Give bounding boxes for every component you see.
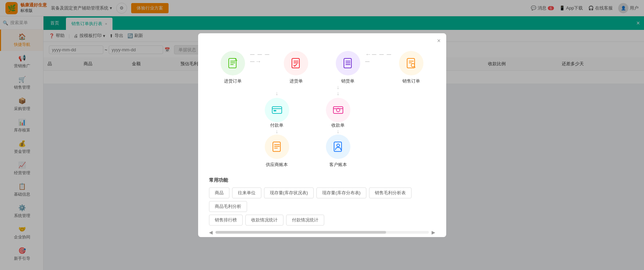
- flow-node-sales-bill[interactable]: 销货单: [331, 51, 365, 84]
- flow-node-receipt-bill[interactable]: ↓ 收款单: [318, 90, 359, 128]
- scroll-left-arrow[interactable]: ◀: [209, 230, 213, 235]
- purchase-bill-circle: [284, 51, 308, 75]
- arrow-2: ←─ ─ ─ ─: [365, 51, 394, 75]
- common-functions-section: 常用功能 商品 往来单位 现存量(库存状况表) 现存量(库存分布表) 销售毛利分…: [209, 177, 435, 235]
- customer-account-circle: [326, 134, 350, 159]
- svg-rect-16: [272, 107, 282, 113]
- spacer-r2-1: [216, 84, 257, 90]
- flow-node-sales-order[interactable]: 销售订单: [394, 51, 429, 84]
- arrow-down-to-supplier: ↓: [257, 128, 297, 134]
- flow-node-customer-account[interactable]: 客户账本: [318, 134, 359, 168]
- receipt-bill-circle: [326, 98, 350, 122]
- func-btn-contacts[interactable]: 往来单位: [232, 187, 261, 198]
- receipt-bill-label: 收款单: [331, 122, 345, 128]
- purchase-bill-label: 进货单: [290, 78, 303, 84]
- arrow-1: ─ ─ ─ ─→: [250, 51, 279, 75]
- scroll-track[interactable]: [215, 231, 429, 234]
- func-btn-payment-stats[interactable]: 付款情况统计: [286, 215, 324, 226]
- customer-account-label: 客户账本: [329, 162, 347, 168]
- purchase-order-label: 进货订单: [224, 78, 242, 84]
- func-buttons-row1: 商品 往来单位 现存量(库存状况表) 现存量(库存分布表) 销售毛利分析表 商品…: [209, 187, 435, 212]
- func-btn-sales-profit[interactable]: 销售毛利分析表: [369, 187, 412, 198]
- common-functions-title: 常用功能: [209, 177, 435, 183]
- modal-content: × 进货订单 ─ ─ ─ ─→: [198, 33, 446, 237]
- payment-bill-circle: [265, 98, 289, 122]
- arrow-down-purchase: [257, 84, 297, 90]
- func-btn-stock-status[interactable]: 现存量(库存状况表): [264, 187, 314, 198]
- supplier-account-circle: [265, 134, 289, 159]
- func-btn-receipt-stats[interactable]: 收款情况统计: [245, 215, 283, 226]
- scroll-thumb: [215, 231, 386, 234]
- purchase-order-circle: [221, 51, 245, 75]
- svg-rect-18: [274, 110, 276, 111]
- svg-rect-19: [333, 107, 343, 113]
- flow-node-payment-bill[interactable]: ↓ 付款单: [257, 90, 297, 128]
- arrow-down-sales: ↓: [318, 84, 359, 90]
- func-btn-product-profit[interactable]: 商品毛利分析: [209, 201, 247, 212]
- scroll-indicator: ◀ ▶: [209, 230, 435, 235]
- modal-overlay[interactable]: × 进货订单 ─ ─ ─ ─→: [0, 0, 644, 270]
- flow-node-purchase-bill[interactable]: 进货单: [279, 51, 314, 84]
- spacer-r4-2: [297, 128, 318, 134]
- func-btn-sales-rank[interactable]: 销售排行榜: [209, 215, 243, 226]
- supplier-account-label: 供应商账本: [266, 162, 288, 168]
- modal-close-button[interactable]: ×: [437, 37, 441, 44]
- arrow-down-to-customer: ↓: [318, 128, 359, 134]
- sales-order-circle: [399, 51, 423, 75]
- flow-node-purchase-order[interactable]: 进货订单: [216, 51, 250, 84]
- func-buttons-row2: 销售排行榜 收款情况统计 付款情况统计: [209, 215, 435, 226]
- flow-section: 进货订单 ─ ─ ─ ─→ 进货单: [209, 44, 435, 175]
- arrow-down-to-receipt: ↓: [337, 90, 340, 96]
- svg-point-14: [411, 64, 415, 67]
- arrow-down-to-payment: ↓: [276, 90, 278, 96]
- sales-bill-label: 销货单: [341, 78, 354, 84]
- flow-node-supplier-account[interactable]: 供应商账本: [257, 134, 297, 168]
- func-btn-stock-dist[interactable]: 现存量(库存分布表): [316, 187, 366, 198]
- func-btn-product[interactable]: 商品: [209, 187, 229, 198]
- svg-point-27: [337, 144, 340, 147]
- sales-bill-circle: [336, 51, 360, 75]
- sales-order-label: 销售订单: [402, 78, 420, 84]
- spacer-r4-1: [216, 128, 257, 134]
- payment-bill-label: 付款单: [270, 122, 283, 128]
- spacer-r2-2: [297, 84, 318, 90]
- scroll-right-arrow[interactable]: ▶: [432, 230, 435, 235]
